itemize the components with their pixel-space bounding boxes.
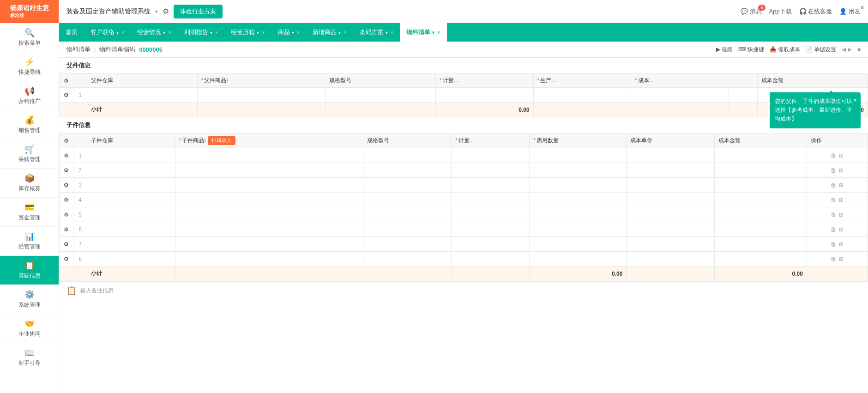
tab-close-history[interactable]: × xyxy=(262,30,265,35)
next-arrow-icon[interactable]: ▶ xyxy=(848,46,852,53)
tab-close-profit[interactable]: × xyxy=(215,30,218,35)
child-qty-5[interactable] xyxy=(451,207,529,222)
action-shortcut[interactable]: ⌨ 快捷键 xyxy=(738,46,764,54)
child-spec-8[interactable] xyxy=(363,252,452,266)
child-needed-2[interactable] xyxy=(530,163,627,178)
delete-icon-1[interactable]: 🗑 xyxy=(831,152,836,159)
tooltip-close-button[interactable]: × xyxy=(853,95,857,105)
dropdown-arrow-icon[interactable]: ▾ xyxy=(155,8,158,15)
child-unitcost-4[interactable] xyxy=(627,193,715,207)
online-service-link[interactable]: 🎧 在线客服 xyxy=(799,7,832,16)
child-row-gear-5[interactable]: ⚙ xyxy=(60,207,73,222)
child-qty-1[interactable] xyxy=(451,148,529,163)
sidebar-item-marketing[interactable]: 📢 营销推广 xyxy=(0,81,59,110)
delete-icon-7[interactable]: 🗑 xyxy=(831,241,836,248)
copy-icon-7[interactable]: ⊞ xyxy=(839,241,844,248)
tab-barcode[interactable]: 条码方案▾× xyxy=(353,23,400,42)
tab-close-addgoods[interactable]: × xyxy=(344,30,346,35)
child-unitcost-2[interactable] xyxy=(627,163,715,178)
child-spec-5[interactable] xyxy=(363,207,452,222)
child-unitcost-5[interactable] xyxy=(627,207,715,222)
child-product-3[interactable] xyxy=(175,178,363,193)
child-spec-3[interactable] xyxy=(363,178,452,193)
gear-icon[interactable]: ⚙ xyxy=(163,7,169,16)
remark-hint[interactable]: 输入备注信息 xyxy=(80,287,114,295)
tab-bom[interactable]: 物料清单▾× xyxy=(400,23,446,42)
parent-cost-cell[interactable] xyxy=(631,88,729,103)
child-needed-8[interactable] xyxy=(530,252,627,266)
copy-icon-5[interactable]: ⊞ xyxy=(839,212,844,218)
tab-add-goods[interactable]: 新增商品▾× xyxy=(306,23,353,42)
parent-spec-cell[interactable] xyxy=(326,88,436,103)
child-warehouse-8[interactable] xyxy=(87,252,175,266)
sidebar-item-basic[interactable]: 📋 基础信息 xyxy=(0,256,59,285)
parent-col-gear[interactable]: ⚙ xyxy=(60,74,73,88)
child-row-gear-1[interactable]: ⚙ xyxy=(60,148,73,163)
tab-profit[interactable]: 利润报告▾× xyxy=(178,23,224,42)
child-unitcost-1[interactable] xyxy=(627,148,715,163)
action-settings[interactable]: 📄 单据设置 xyxy=(806,46,836,54)
tab-close-barcode[interactable]: × xyxy=(391,30,393,35)
message-badge-wrap[interactable]: 💬 6 消息 xyxy=(741,7,762,16)
child-spec-6[interactable] xyxy=(363,222,452,237)
child-row-gear-4[interactable]: ⚙ xyxy=(60,193,73,207)
child-warehouse-7[interactable] xyxy=(87,237,175,252)
child-row-gear-8[interactable]: ⚙ xyxy=(60,252,73,266)
child-product-1[interactable] xyxy=(175,148,363,163)
child-row-gear-6[interactable]: ⚙ xyxy=(60,222,73,237)
copy-icon-6[interactable]: ⊞ xyxy=(839,226,844,233)
child-spec-4[interactable] xyxy=(363,193,452,207)
child-product-6[interactable] xyxy=(175,222,363,237)
tab-close-ops[interactable]: × xyxy=(168,30,171,35)
parent-warehouse-cell[interactable] xyxy=(87,88,198,103)
child-warehouse-4[interactable] xyxy=(87,193,175,207)
delete-icon-3[interactable]: 🗑 xyxy=(831,182,836,188)
child-qty-4[interactable] xyxy=(451,193,529,207)
delete-icon-5[interactable]: 🗑 xyxy=(831,212,836,218)
tab-goods[interactable]: 商品▾× xyxy=(271,23,306,42)
parent-product-cell[interactable] xyxy=(197,88,326,103)
parent-row-gear[interactable]: ⚙ xyxy=(60,88,73,103)
child-needed-3[interactable] xyxy=(530,178,627,193)
parent-produce-cell[interactable] xyxy=(533,88,631,103)
tab-close-goods[interactable]: × xyxy=(297,30,300,35)
action-view[interactable]: ▶ 视频 xyxy=(716,46,733,54)
child-needed-4[interactable] xyxy=(530,193,627,207)
child-unitcost-6[interactable] xyxy=(627,222,715,237)
child-product-5[interactable] xyxy=(175,207,363,222)
child-unitcost-7[interactable] xyxy=(627,237,715,252)
sidebar-item-guide[interactable]: 📖 新手引导 xyxy=(0,343,59,372)
child-qty-7[interactable] xyxy=(451,237,529,252)
child-qty-2[interactable] xyxy=(451,163,529,178)
sidebar-item-system[interactable]: ⚙️ 系统管理 xyxy=(0,285,59,314)
sidebar-item-sales[interactable]: 💰 销售管理 xyxy=(0,110,59,139)
copy-icon-1[interactable]: ⊞ xyxy=(839,152,844,159)
child-spec-7[interactable] xyxy=(363,237,452,252)
sidebar-item-inventory[interactable]: 📦 库存核算 xyxy=(0,169,59,198)
child-product-4[interactable] xyxy=(175,193,363,207)
scan-input-button[interactable]: 扫码录入 xyxy=(208,136,235,145)
sidebar-item-collab[interactable]: 🤝 企业协同 xyxy=(0,314,59,343)
tab-operations[interactable]: 经营情况▾× xyxy=(131,23,177,42)
prev-arrow-icon[interactable]: ◀ xyxy=(842,46,846,53)
child-col-gear[interactable]: ⚙ xyxy=(60,133,73,148)
tab-close-bom[interactable]: × xyxy=(437,30,440,35)
child-needed-6[interactable] xyxy=(530,222,627,237)
tab-home[interactable]: 首页 xyxy=(59,23,84,42)
tab-history[interactable]: 经营历程▾× xyxy=(224,23,271,42)
child-unitcost-3[interactable] xyxy=(627,178,715,193)
child-qty-8[interactable] xyxy=(451,252,529,266)
child-warehouse-3[interactable] xyxy=(87,178,175,193)
sidebar-item-operations[interactable]: 📊 经营管理 xyxy=(0,227,59,256)
copy-icon-3[interactable]: ⊞ xyxy=(839,182,844,188)
delete-icon-6[interactable]: 🗑 xyxy=(831,226,836,233)
copy-icon-4[interactable]: ⊞ xyxy=(839,197,844,203)
child-qty-3[interactable] xyxy=(451,178,529,193)
copy-icon-2[interactable]: ⊞ xyxy=(839,167,844,174)
delete-icon-4[interactable]: 🗑 xyxy=(831,197,836,203)
delete-icon-2[interactable]: 🗑 xyxy=(831,167,836,174)
sidebar-item-finance[interactable]: 💳 资金管理 xyxy=(0,198,59,227)
menu-icon[interactable]: ≡ xyxy=(857,46,861,53)
child-product-8[interactable] xyxy=(175,252,363,266)
tab-close-customer[interactable]: × xyxy=(121,30,124,35)
